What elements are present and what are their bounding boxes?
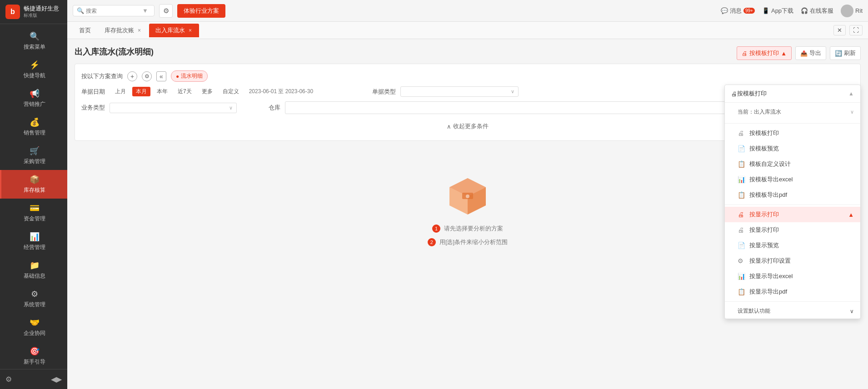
date-btn-custom[interactable]: 自定义 xyxy=(219,87,243,96)
newbie-icon: 🎯 xyxy=(30,346,40,356)
sidebar-item-label-newbie: 新手引导 xyxy=(24,358,45,366)
app-download-btn[interactable]: 📱 App下载 xyxy=(762,7,793,15)
date-btn-this-month[interactable]: 本月 xyxy=(132,87,150,96)
dropdown-footer[interactable]: 设置默认功能 ∨ xyxy=(725,304,860,319)
dropdown-item-template-preview[interactable]: 📄 按模板预览 xyxy=(725,141,860,156)
step1-num: 1 xyxy=(432,224,440,233)
tab-close-all-btn[interactable]: ✕ xyxy=(833,25,846,35)
template-excel-label: 按模板导出excel xyxy=(749,175,793,184)
dropdown-item-template-pdf[interactable]: 📋 按模板导出pdf xyxy=(725,187,860,203)
filter-add-btn[interactable]: + xyxy=(127,71,137,81)
dropdown-item-template-print[interactable]: 🖨 按模板打印 xyxy=(725,125,860,141)
sidebar-item-label-marketing: 营销推广 xyxy=(24,100,45,108)
dropdown-item-template-excel[interactable]: 📊 按模板导出excel xyxy=(725,172,860,187)
dropdown-item-template-custom[interactable]: 📋 模板自定义设计 xyxy=(725,156,860,172)
template-preview-icon: 📄 xyxy=(738,145,746,152)
display-pdf-label: 按显示导出pdf xyxy=(749,288,787,296)
date-btn-more[interactable]: 更多 xyxy=(198,87,216,96)
template-pdf-icon: 📋 xyxy=(738,191,746,199)
add-icon: + xyxy=(130,73,134,80)
sidebar: b 畅捷通好生意 标准版 🔍 搜索菜单 ⚡ 快捷导航 📢 营销推广 💰 销售管理… xyxy=(0,0,67,389)
footer-settings-icon[interactable]: ⚙ xyxy=(5,375,12,384)
topbar: 🔍 ▼ ⚙ 体验行业方案 💬 消息 99+ 📱 App下载 🎧 在线客服 Rit xyxy=(67,0,868,22)
tab-inventory-batch-close[interactable]: × xyxy=(137,27,142,34)
refresh-btn[interactable]: 🔄 刷新 xyxy=(830,46,861,60)
step2-text: 用[选]条件来缩小分析范围 xyxy=(439,238,508,246)
tab-inventory-batch[interactable]: 库存批次账 × xyxy=(98,24,148,37)
sidebar-item-marketing[interactable]: 📢 营销推广 xyxy=(0,84,67,113)
date-btn-last-month[interactable]: 上月 xyxy=(111,87,130,96)
export-btn[interactable]: 📤 导出 xyxy=(795,46,826,60)
date-btn-this-year[interactable]: 本年 xyxy=(153,87,171,96)
empty-step-1: 1 请先选择要分析的方案 xyxy=(432,224,503,233)
biz-select[interactable]: ∨ xyxy=(110,103,237,113)
type-select[interactable]: ∨ xyxy=(400,86,519,97)
app-icon: 📱 xyxy=(762,7,769,14)
filter-tag-item[interactable]: ● 流水明细 xyxy=(171,70,208,82)
page-content: 出入库流水(流水明细) 🖨 按模板打印 ▲ 📤 导出 🔄 刷新 按以下方案查询 xyxy=(67,39,868,389)
sidebar-item-operations[interactable]: 📊 经营管理 xyxy=(0,227,67,256)
sidebar-item-newbie[interactable]: 🎯 新手引导 xyxy=(0,342,67,369)
message-icon: 💬 xyxy=(721,7,728,14)
finance-icon: 💳 xyxy=(30,203,40,213)
message-btn[interactable]: 💬 消息 99+ xyxy=(721,7,755,15)
display-print-icon: 🖨 xyxy=(738,226,746,234)
filter-collapse-btn[interactable]: « xyxy=(156,71,166,81)
tab-expand-btn[interactable]: ⛶ xyxy=(849,25,863,35)
sidebar-item-purchase[interactable]: 🛒 采购管理 xyxy=(0,141,67,170)
date-btn-7days[interactable]: 近7天 xyxy=(174,87,195,96)
display-excel-icon: 📊 xyxy=(738,273,746,280)
topbar-search-box[interactable]: 🔍 ▼ xyxy=(73,5,155,16)
user-profile[interactable]: Rit xyxy=(841,5,863,17)
dropdown-collapse-icon[interactable]: ▲ xyxy=(848,90,854,97)
export-icon: 📤 xyxy=(800,50,808,57)
user-name: Rit xyxy=(855,7,863,14)
tab-home-label: 首页 xyxy=(79,26,91,35)
warehouse-label: 仓库 xyxy=(269,104,280,112)
sidebar-item-sales[interactable]: 💰 销售管理 xyxy=(0,113,67,141)
service-btn[interactable]: 🎧 在线客服 xyxy=(801,7,833,15)
dropdown-item-display-preview[interactable]: 📄 按显示预览 xyxy=(725,238,860,253)
footer-collapse-icon[interactable]: ◀▶ xyxy=(51,375,62,384)
filter-label: 按以下方案查询 xyxy=(81,72,123,80)
template-preview-label: 按模板预览 xyxy=(749,145,779,153)
template-print-label: 按模板打印 xyxy=(749,129,779,137)
topbar-gear-button[interactable]: ⚙ xyxy=(159,4,173,18)
current-flow-label: 当前：出入库流水 xyxy=(738,108,781,116)
tab-inout-flow[interactable]: 出入库流水 × xyxy=(149,24,199,37)
sidebar-item-system[interactable]: ⚙ 系统管理 xyxy=(0,284,67,313)
step1-text: 请先选择要分析的方案 xyxy=(444,224,503,233)
tab-home[interactable]: 首页 xyxy=(73,24,97,37)
step2-num: 2 xyxy=(428,238,436,246)
dropdown-item-display-print[interactable]: 🖨 按显示打印 xyxy=(725,222,860,238)
sidebar-item-finance[interactable]: 💳 资金管理 xyxy=(0,199,67,227)
company-name: 畅捷通好生意 xyxy=(24,5,59,13)
sidebar-footer: ⚙ ◀▶ xyxy=(0,369,67,389)
search-input[interactable] xyxy=(86,8,140,14)
tab-inout-flow-close[interactable]: × xyxy=(188,27,193,34)
dropdown-header: 🖨 按模板打印 ▲ xyxy=(725,85,860,103)
print-arrow-up-icon: ▲ xyxy=(781,50,787,57)
dropdown-item-display-excel[interactable]: 📊 按显示导出excel xyxy=(725,269,860,284)
date-range-display: 2023-06-01 至 2023-06-30 xyxy=(249,88,313,95)
sidebar-item-search[interactable]: 🔍 搜索菜单 xyxy=(0,27,67,55)
dropdown-item-display-print-group[interactable]: 🖨 按显示打印 ▲ xyxy=(725,207,860,222)
user-avatar xyxy=(841,5,853,17)
sidebar-item-label-inventory: 库存核算 xyxy=(24,186,45,194)
dropdown-divider-1 xyxy=(725,123,860,124)
dropdown-item-display-print-settings[interactable]: ⚙ 按显示打印设置 xyxy=(725,253,860,269)
sidebar-item-cooperation[interactable]: 🤝 企业协同 xyxy=(0,313,67,342)
dropdown-item-display-pdf[interactable]: 📋 按显示导出pdf xyxy=(725,284,860,299)
sidebar-item-inventory[interactable]: 📦 库存核算 xyxy=(0,170,67,199)
dropdown-current-item[interactable]: 当前：出入库流水 ∨ xyxy=(725,105,860,120)
print-template-btn[interactable]: 🖨 按模板打印 ▲ xyxy=(737,46,792,60)
service-label: 在线客服 xyxy=(810,7,833,15)
sidebar-item-quicknav[interactable]: ⚡ 快捷导航 xyxy=(0,55,67,84)
type-dropdown-arrow: ∨ xyxy=(511,89,514,95)
tab-inventory-batch-label: 库存批次账 xyxy=(105,26,134,35)
sidebar-item-basic[interactable]: 📁 基础信息 xyxy=(0,256,67,284)
filter-settings-btn[interactable]: ⚙ xyxy=(142,71,152,81)
sidebar-item-label-basic: 基础信息 xyxy=(24,272,45,280)
sidebar-item-label-search: 搜索菜单 xyxy=(24,43,45,51)
industry-btn[interactable]: 体验行业方案 xyxy=(177,4,225,18)
